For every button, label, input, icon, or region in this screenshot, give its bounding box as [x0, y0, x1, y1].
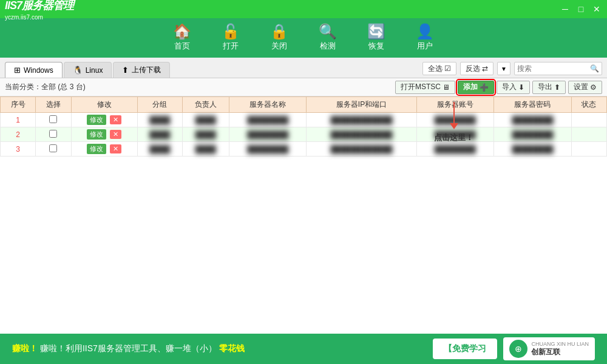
col-header-password: 服务器密码 [494, 97, 572, 113]
restore-icon: 🔄 [367, 24, 385, 39]
linux-icon: 🐧 [73, 66, 83, 75]
nav-label-close: 关闭 [271, 41, 287, 52]
table-row: 1 修改 ✕ ████ ████ ████████ ████████████ █… [1, 113, 607, 127]
cell-ip-2: ████████████ [307, 127, 416, 142]
nav-label-home: 首页 [174, 41, 190, 52]
cell-person-2: ████ [182, 127, 229, 142]
footer-brand-logo: ⊕ CHUANG XIN HU LIAN 创新互联 [503, 337, 595, 360]
export-button[interactable]: 导出 ⬆ [532, 81, 566, 94]
maximize-button[interactable]: □ [575, 4, 586, 15]
tabs-bar: ⊞ Windows 🐧 Linux ⬆ 上传下载 全选 ☑ 反选 ⇄ ▼ 🔍 [0, 58, 607, 78]
export-icon: ⬆ [554, 83, 560, 92]
table-header-row: 序号 选择 修改 分组 负责人 服务器名称 服务器IP和端口 服务器账号 服务器… [1, 97, 607, 113]
nav-item-open[interactable]: 🔓 打开 [215, 24, 246, 52]
col-header-name: 服务器名称 [229, 97, 307, 113]
col-header-id: 序号 [1, 97, 36, 113]
search-icon[interactable]: 🔍 [590, 64, 599, 73]
cell-name-2: ████████ [229, 127, 307, 142]
nav-label-user: 用户 [417, 41, 433, 52]
delete-button-3[interactable]: ✕ [110, 144, 121, 153]
add-button[interactable]: 添加 ➕ [458, 81, 494, 94]
minimize-button[interactable]: ─ [560, 4, 571, 15]
search-input[interactable] [517, 64, 590, 73]
invert-select-button[interactable]: 反选 ⇄ [460, 62, 493, 75]
search-box: 🔍 [514, 62, 602, 75]
tab-linux[interactable]: 🐧 Linux [64, 62, 112, 78]
row-checkbox-1[interactable] [49, 115, 57, 123]
import-icon: ⬇ [518, 83, 524, 92]
cell-id-3: 3 [1, 142, 36, 157]
tab-linux-label: Linux [86, 66, 103, 75]
col-header-edit: 修改 [71, 97, 137, 113]
invert-select-icon: ⇄ [482, 64, 488, 73]
close-button[interactable]: ✕ [591, 4, 602, 15]
footer: 赚啦！ 赚啦！利用IIS7服务器管理工具、赚一堆（小） 零花钱 【免费学习 ⊕ … [0, 334, 607, 364]
col-header-ip: 服务器IP和端口 [307, 97, 416, 113]
cell-status-3 [571, 142, 606, 157]
cell-account-2: ████████ [416, 127, 494, 142]
nav-label-detect: 检测 [320, 41, 336, 52]
nav-item-restore[interactable]: 🔄 恢复 [361, 24, 392, 52]
tabs-right-actions: 全选 ☑ 反选 ⇄ ▼ 🔍 [422, 62, 602, 78]
row-checkbox-3[interactable] [49, 144, 57, 152]
footer-logo-text: CHUANG XIN HU LIAN 创新互联 [531, 341, 589, 356]
import-button[interactable]: 导入 ⬇ [497, 81, 530, 94]
settings-icon: ⚙ [590, 83, 597, 92]
mstsc-icon: 🖥 [443, 83, 450, 92]
upload-icon: ⬆ [122, 66, 129, 75]
footer-right: 【免费学习 ⊕ CHUANG XIN HU LIAN 创新互联 [433, 337, 595, 360]
footer-promo-text: 赚啦！ 赚啦！利用IIS7服务器管理工具、赚一堆（小） 零花钱 [12, 343, 245, 353]
footer-promo-prefix: 赚啦！利用IIS7服务器管理工具、赚一堆（小） [40, 343, 217, 353]
cell-edit-1: 修改 ✕ [71, 113, 137, 127]
table-row: 2 修改 ✕ ████ ████ ████████ ████████████ █… [1, 127, 607, 142]
tab-windows-label: Windows [24, 66, 53, 75]
cell-name-3: ████████ [229, 142, 307, 157]
main-area: 当前分类：全部 (总 3 台) 打开MSTSC 🖥 添加 ➕ 导入 ⬇ 导出 ⬆… [0, 78, 607, 334]
open-icon: 🔓 [222, 24, 240, 39]
col-header-status: 状态 [571, 97, 606, 113]
learn-button[interactable]: 【免费学习 [433, 339, 497, 359]
nav-item-home[interactable]: 🏠 首页 [167, 24, 197, 52]
cell-password-3: ████████ [494, 142, 572, 157]
settings-button[interactable]: 设置 ⚙ [568, 81, 602, 94]
row-checkbox-2[interactable] [49, 130, 57, 138]
tab-windows[interactable]: ⊞ Windows [5, 62, 63, 78]
cell-account-3: ████████ [416, 142, 494, 157]
open-mstsc-button[interactable]: 打开MSTSC 🖥 [395, 81, 455, 94]
nav-label-restore: 恢复 [368, 41, 384, 52]
nav-item-close[interactable]: 🔒 关闭 [264, 24, 294, 52]
action-buttons: 打开MSTSC 🖥 添加 ➕ 导入 ⬇ 导出 ⬆ 设置 ⚙ [395, 81, 602, 94]
dropdown-button[interactable]: ▼ [497, 62, 510, 75]
delete-button-1[interactable]: ✕ [110, 115, 121, 124]
cell-check-2[interactable] [36, 127, 71, 142]
cell-group-2: ████ [137, 127, 182, 142]
edit-button-2[interactable]: 修改 [87, 129, 106, 140]
windows-icon: ⊞ [14, 66, 21, 75]
category-bar: 当前分类：全部 (总 3 台) 打开MSTSC 🖥 添加 ➕ 导入 ⬇ 导出 ⬆… [0, 78, 607, 96]
select-all-icon: ☑ [444, 64, 451, 73]
detect-icon: 🔍 [319, 24, 337, 39]
cell-password-2: ████████ [494, 127, 572, 142]
home-icon: 🏠 [173, 24, 191, 39]
cell-person-1: ████ [182, 113, 229, 127]
cell-check-3[interactable] [36, 142, 71, 157]
col-header-person: 负责人 [182, 97, 229, 113]
select-all-button[interactable]: 全选 ☑ [422, 62, 456, 75]
cell-group-1: ████ [137, 113, 182, 127]
col-header-group: 分组 [137, 97, 182, 113]
cell-edit-3: 修改 ✕ [71, 142, 137, 157]
edit-button-1[interactable]: 修改 [87, 115, 106, 125]
tab-upload[interactable]: ⬆ 上传下载 [113, 62, 170, 78]
tab-upload-label: 上传下载 [132, 65, 161, 75]
nav-item-user[interactable]: 👤 用户 [410, 24, 440, 52]
cell-check-1[interactable] [36, 113, 71, 127]
delete-button-2[interactable]: ✕ [110, 130, 121, 139]
title-bar: IIS7服务器管理 yczm.iis7.com ─ □ ✕ [0, 0, 607, 18]
category-label: 当前分类：全部 (总 3 台) [5, 82, 86, 92]
edit-button-3[interactable]: 修改 [87, 144, 106, 154]
title-bar-controls: ─ □ ✕ [560, 4, 602, 15]
nav-label-open: 打开 [223, 41, 239, 52]
title-bar-left: IIS7服务器管理 yczm.iis7.com [5, 0, 73, 21]
nav-item-detect[interactable]: 🔍 检测 [313, 24, 343, 52]
cell-ip-1: ████████████ [307, 113, 416, 127]
